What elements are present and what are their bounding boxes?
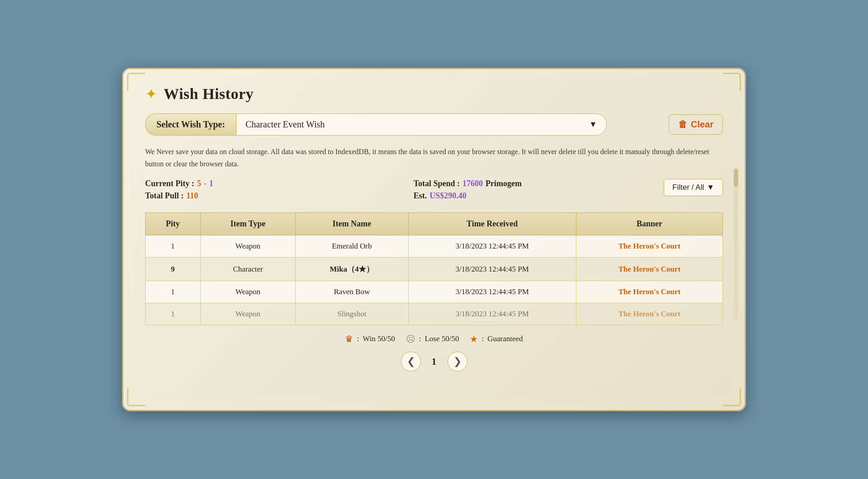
table-cell-time-received: 3/18/2023 12:44:45 PM (408, 235, 576, 258)
stats-center: Total Spend : 17600 Primogem Est. US$290… (414, 179, 664, 203)
table-cell-banner: The Heron's Court (576, 258, 722, 281)
total-spend-value: 17600 (462, 179, 483, 188)
table-header-row: Pity Item Type Item Name Time Received B… (146, 213, 723, 235)
clear-button[interactable]: 🗑 Clear (669, 114, 723, 135)
page-title: Wish History (164, 85, 254, 103)
filter-dropdown-icon: ▼ (707, 183, 714, 192)
col-header-banner: Banner (576, 213, 722, 235)
total-pull-label: Total Pull : (145, 191, 184, 201)
col-header-time-received: Time Received (408, 213, 576, 235)
stats-right: Filter / All ▼ (664, 179, 723, 196)
table-row: 1WeaponRaven Bow3/18/2023 12:44:45 PMThe… (146, 281, 723, 303)
scrollbar-thumb[interactable] (734, 169, 738, 187)
table-cell-item-type: Weapon (200, 235, 296, 258)
banner-link[interactable]: The Heron's Court (618, 242, 681, 250)
current-pity-line: Current Pity : 5 - 1 (145, 179, 396, 188)
table-row: 1WeaponSlingshot3/18/2023 12:44:45 PMThe… (146, 303, 723, 325)
wish-type-selected-value: Character Event Wish (245, 119, 325, 130)
table-cell-item-name: Emerald Orb (296, 235, 408, 258)
scrollbar-area[interactable] (734, 169, 738, 319)
table-cell-item-type: Weapon (200, 281, 296, 303)
banner-link[interactable]: The Heron's Court (618, 287, 681, 296)
table-cell-item-name: Mika（4★） (296, 258, 408, 281)
table-cell-pity: 1 (146, 281, 201, 303)
title-row: ✦ Wish History (145, 85, 723, 103)
col-header-item-name: Item Name (296, 213, 408, 235)
total-pull-value: 110 (186, 191, 198, 201)
wish-type-label: Select Wish Type: (145, 113, 236, 136)
wish-table: Pity Item Type Item Name Time Received B… (145, 212, 723, 325)
win-icon: ♛ (345, 333, 353, 344)
table-cell-item-name: Slingshot (296, 303, 408, 325)
table-cell-item-type: Character (200, 258, 296, 281)
current-page-number: 1 (432, 356, 437, 367)
est-value: US$290.40 (429, 191, 467, 201)
col-header-item-type: Item Type (200, 213, 296, 235)
current-pity-dash: - (204, 179, 207, 188)
table-cell-item-type: Weapon (200, 303, 296, 325)
table-cell-time-received: 3/18/2023 12:44:45 PM (408, 258, 576, 281)
colon2: : (419, 334, 421, 343)
total-spend-label: Total Spend : (414, 179, 460, 188)
chevron-down-icon: ▼ (589, 120, 597, 129)
est-label: Est. (414, 191, 427, 201)
wish-type-dropdown[interactable]: Character Event Wish ▼ (236, 113, 607, 136)
table-cell-pity: 1 (146, 303, 201, 325)
guaranteed-icon: ★ (470, 333, 478, 344)
wish-history-panel: ✦ Wish History Select Wish Type: Charact… (122, 68, 746, 411)
guaranteed-legend-label: Guaranteed (487, 334, 523, 343)
filter-button[interactable]: Filter / All ▼ (664, 179, 723, 196)
colon3: : (481, 334, 484, 343)
table-cell-pity: 9 (146, 258, 201, 281)
next-page-button[interactable]: ❯ (448, 352, 467, 371)
table-row: 9CharacterMika（4★）3/18/2023 12:44:45 PMT… (146, 258, 723, 281)
trash-icon: 🗑 (678, 119, 687, 130)
win-legend-label: Win 50/50 (363, 334, 395, 343)
pagination-row: ❮ 1 ❯ (145, 352, 723, 371)
colon1: : (357, 334, 359, 343)
prev-page-button[interactable]: ❮ (401, 352, 421, 371)
next-page-icon: ❯ (453, 356, 462, 367)
info-text: We Never save your data on cloud storage… (145, 146, 723, 170)
lose-legend-label: Lose 50/50 (425, 334, 459, 343)
stats-row: Current Pity : 5 - 1 Total Pull : 110 To… (145, 179, 723, 203)
col-header-pity: Pity (146, 213, 201, 235)
est-line: Est. US$290.40 (414, 191, 664, 201)
lose-legend-item: ☹ : Lose 50/50 (406, 333, 459, 344)
current-pity-value1: 5 (197, 179, 201, 188)
wish-type-row: Select Wish Type: Character Event Wish ▼… (145, 113, 723, 136)
guaranteed-legend-item: ★ : Guaranteed (470, 333, 523, 344)
table-cell-banner: The Heron's Court (576, 281, 722, 303)
prev-page-icon: ❮ (407, 356, 415, 367)
table-cell-item-name: Raven Bow (296, 281, 408, 303)
filter-button-label: Filter / All (672, 183, 704, 192)
current-pity-label: Current Pity : (145, 179, 194, 188)
total-spend-line: Total Spend : 17600 Primogem (414, 179, 664, 188)
lose-icon: ☹ (406, 333, 415, 344)
banner-link[interactable]: The Heron's Court (618, 265, 681, 273)
table-cell-pity: 1 (146, 235, 201, 258)
banner-link[interactable]: The Heron's Court (618, 310, 681, 318)
sparkle-icon: ✦ (145, 85, 157, 103)
total-pull-line: Total Pull : 110 (145, 191, 396, 201)
legend-row: ♛ : Win 50/50 ☹ : Lose 50/50 ★ : Guarant… (145, 333, 723, 344)
table-row: 1WeaponEmerald Orb3/18/2023 12:44:45 PMT… (146, 235, 723, 258)
current-pity-value2: 1 (209, 179, 213, 188)
table-cell-banner: The Heron's Court (576, 303, 722, 325)
table-cell-time-received: 3/18/2023 12:44:45 PM (408, 303, 576, 325)
clear-button-label: Clear (691, 119, 713, 130)
stats-left: Current Pity : 5 - 1 Total Pull : 110 (145, 179, 396, 203)
table-cell-time-received: 3/18/2023 12:44:45 PM (408, 281, 576, 303)
table-cell-banner: The Heron's Court (576, 235, 722, 258)
win-legend-item: ♛ : Win 50/50 (345, 333, 395, 344)
total-spend-unit: Primogem (486, 179, 522, 188)
